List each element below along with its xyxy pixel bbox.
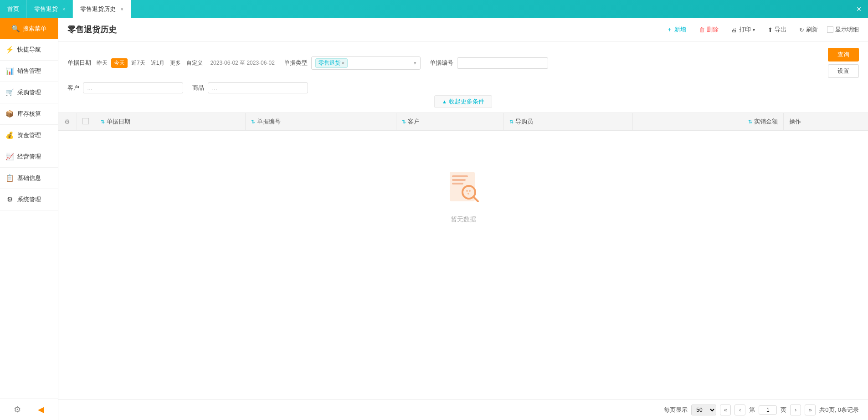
date-btn-yesterday[interactable]: 昨天 [95, 58, 109, 68]
sidebar-item-system-mgmt-label: 系统管理 [17, 195, 41, 204]
tab-return-history-label: 零售退货历史 [80, 5, 116, 13]
sidebar-item-sales-mgmt[interactable]: 📊 销售管理 [0, 61, 58, 82]
tab-return-history[interactable]: 零售退货历史 × [73, 0, 131, 18]
settings-gear-icon[interactable]: ⚙ [64, 118, 70, 125]
display-mingxi-checkbox[interactable] [827, 26, 833, 33]
query-button[interactable]: 查询 [828, 48, 859, 61]
app-close-button[interactable]: × [850, 0, 868, 18]
goods-label: 商品 [192, 84, 204, 92]
customer-filter-group: 客户 … [67, 82, 183, 93]
page-header: 零售退货历史 ＋ 新增 🗑 删除 🖨 打印 ▾ ⬆ 导出 [58, 18, 868, 41]
print-arrow-icon: ▾ [753, 27, 755, 32]
sidebar-item-finance[interactable]: 💰 资金管理 [0, 125, 58, 146]
delete-button[interactable]: 🗑 删除 [695, 24, 722, 36]
order-no-input[interactable] [457, 57, 548, 69]
svg-rect-1 [452, 175, 468, 177]
toolbar: ＋ 新增 🗑 删除 🖨 打印 ▾ ⬆ 导出 ↻ 刷新 [663, 24, 859, 36]
collapse-sidebar-icon[interactable]: ◀ [38, 405, 44, 415]
close-icon: × [857, 5, 862, 14]
sort-customer-icon: ⇅ [402, 119, 406, 125]
date-range-display: 2023-06-02 至 2023-06-02 [210, 59, 274, 67]
page-size-label: 每页显示 [664, 406, 688, 414]
svg-point-8 [467, 193, 469, 195]
sidebar-item-operation[interactable]: 📈 经营管理 [0, 146, 58, 168]
sidebar-item-inventory-label: 库存核算 [17, 110, 41, 118]
tab-return-history-close[interactable]: × [120, 6, 123, 12]
pagination-bar: 每页显示 20 50 100 « ‹ 第 页 › » 共0页, 0条记录 [58, 400, 868, 420]
th-guide[interactable]: ⇅ 导购员 [503, 113, 632, 131]
type-selector[interactable]: 零售退货 × ▾ [311, 56, 421, 70]
tab-home-label: 首页 [7, 5, 19, 13]
page-suffix-label: 页 [781, 406, 786, 414]
th-amount[interactable]: ⇅ 实销金额 [632, 113, 783, 131]
date-btn-today[interactable]: 今天 [111, 58, 128, 68]
inventory-icon: 📦 [5, 110, 14, 118]
total-label: 共0页, 0条记录 [819, 406, 859, 414]
collapse-row: ▲ 收起更多条件 [67, 95, 859, 108]
sidebar-bottom: ⚙ ◀ [0, 399, 58, 420]
customer-label: 客户 [67, 84, 79, 92]
type-filter-label: 单据类型 [284, 59, 308, 67]
delete-icon: 🗑 [699, 26, 705, 33]
sidebar-search-label: 搜索菜单 [23, 25, 46, 33]
th-actions-label: 操作 [789, 118, 801, 125]
date-btn-more[interactable]: 更多 [168, 58, 183, 68]
order-no-label: 单据编号 [430, 59, 453, 67]
sidebar-item-inventory[interactable]: 📦 库存核算 [0, 103, 58, 125]
filter-settings-button[interactable]: 设置 [828, 64, 859, 78]
settings-bottom-icon[interactable]: ⚙ [14, 405, 21, 415]
new-label: 新增 [674, 26, 686, 34]
th-settings[interactable]: ⚙ [58, 113, 77, 131]
page-title: 零售退货历史 [67, 24, 117, 35]
refresh-button[interactable]: ↻ 刷新 [796, 24, 822, 36]
page-prev-button[interactable]: ‹ [734, 405, 745, 415]
collapse-arrow-icon: ▲ [442, 99, 447, 104]
system-mgmt-icon: ⚙ [5, 195, 14, 204]
search-icon: 🔍 [11, 25, 20, 33]
top-bar: 首页 零售退货 × 零售退货历史 × × [0, 0, 868, 18]
date-filter-label: 单据日期 [67, 59, 91, 67]
tab-home[interactable]: 首页 [0, 0, 27, 18]
sidebar-item-system-mgmt[interactable]: ⚙ 系统管理 [0, 189, 58, 210]
display-mingxi-group: 显示明细 [827, 26, 859, 34]
select-all-checkbox[interactable] [82, 118, 89, 124]
sidebar-item-quick-nav[interactable]: ⚡ 快捷导航 [0, 39, 58, 61]
collapse-button[interactable]: ▲ 收起更多条件 [434, 95, 492, 108]
export-button[interactable]: ⬆ 导出 [764, 24, 790, 36]
page-first-button[interactable]: « [720, 405, 731, 415]
refresh-label: 刷新 [806, 26, 818, 34]
type-tag-close-icon[interactable]: × [342, 60, 344, 66]
th-customer[interactable]: ⇅ 客户 [396, 113, 503, 131]
sidebar-item-purchase-mgmt[interactable]: 🛒 采购管理 [0, 82, 58, 103]
tab-return[interactable]: 零售退货 × [27, 0, 73, 18]
new-button[interactable]: ＋ 新增 [663, 24, 690, 36]
print-button[interactable]: 🖨 打印 ▾ [728, 24, 759, 36]
customer-placeholder: … [87, 85, 92, 91]
date-filter-group: 单据日期 昨天 今天 近7天 近1月 更多 自定义 2023-06-02 至 2… [67, 58, 275, 68]
date-btn-custom[interactable]: 自定义 [185, 58, 205, 68]
th-date[interactable]: ⇅ 单据日期 [95, 113, 246, 131]
goods-input[interactable]: … [208, 82, 308, 93]
page-size-select[interactable]: 20 50 100 [691, 405, 716, 415]
page-last-button[interactable]: » [805, 405, 816, 415]
sort-order-icon: ⇅ [251, 119, 255, 125]
sidebar-nav: ⚡ 快捷导航 📊 销售管理 🛒 采购管理 📦 库存核算 💰 资金管理 📈 [0, 39, 58, 399]
customer-input[interactable]: … [83, 82, 183, 93]
empty-state-cell: 暂无数据 [58, 131, 868, 261]
date-btn-7days[interactable]: 近7天 [129, 58, 147, 68]
type-filter-group: 单据类型 零售退货 × ▾ [284, 56, 421, 70]
next-page-icon: › [795, 407, 796, 413]
sidebar-item-basic-info[interactable]: 📋 基础信息 [0, 168, 58, 189]
tab-return-close[interactable]: × [62, 6, 65, 12]
sidebar-item-finance-label: 资金管理 [17, 131, 41, 139]
date-buttons: 昨天 今天 近7天 近1月 更多 自定义 [95, 58, 205, 68]
page-number-input[interactable] [759, 405, 777, 415]
th-order-no[interactable]: ⇅ 单据编号 [246, 113, 396, 131]
purchase-mgmt-icon: 🛒 [5, 88, 14, 97]
sidebar-search-button[interactable]: 🔍 搜索菜单 [0, 18, 58, 39]
date-btn-1month[interactable]: 近1月 [149, 58, 167, 68]
page-next-button[interactable]: › [790, 405, 801, 415]
first-page-icon: « [724, 407, 727, 413]
filter-row-2: 客户 … 商品 … [67, 82, 859, 93]
page-prefix-label: 第 [749, 406, 755, 414]
